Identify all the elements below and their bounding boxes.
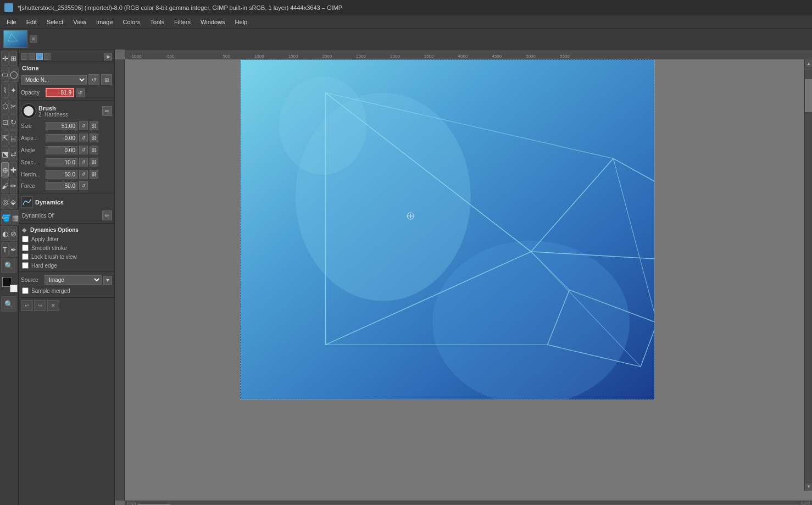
- menu-windows[interactable]: Windows: [196, 18, 230, 26]
- panel-icon-1[interactable]: [21, 53, 27, 60]
- apply-jitter-label[interactable]: Apply Jitter: [31, 236, 58, 242]
- mode-reset-btn[interactable]: ↺: [88, 74, 99, 85]
- tool-crop[interactable]: ⊡: [1, 114, 9, 130]
- image-canvas[interactable]: ▲ ▼: [125, 59, 812, 501]
- tool-align[interactable]: ⊞: [9, 51, 17, 66]
- tool-ellipse-select[interactable]: ◯: [9, 66, 19, 82]
- size-row: Size ↺ ⛓: [19, 120, 114, 132]
- angle-input[interactable]: [46, 146, 77, 154]
- sample-merged-label[interactable]: Sample merged: [31, 288, 70, 294]
- scroll-down-btn[interactable]: ▼: [805, 482, 812, 491]
- zoom-tool[interactable]: 🔍: [1, 296, 16, 312]
- menubar: File Edit Select View Image Colors Tools…: [0, 15, 812, 29]
- tool-blend[interactable]: ▦: [12, 210, 19, 225]
- hardness-chain-btn[interactable]: ⛓: [90, 170, 98, 179]
- scroll-thumb-v[interactable]: [805, 79, 812, 112]
- source-expand-btn[interactable]: ▼: [103, 276, 112, 285]
- hardness-input[interactable]: [46, 170, 77, 179]
- aspect-label: Aspe...: [21, 135, 44, 141]
- tool-clone[interactable]: ⊕: [1, 162, 9, 177]
- mode-extra-btn[interactable]: ⊞: [101, 74, 112, 85]
- opacity-input[interactable]: 81.9: [46, 88, 74, 97]
- aspect-chain-btn[interactable]: ⛓: [90, 134, 98, 142]
- tool-move[interactable]: ✛: [1, 51, 9, 66]
- spacing-input[interactable]: [46, 158, 77, 167]
- brush-edit-btn[interactable]: ✏: [102, 106, 112, 116]
- menu-view[interactable]: View: [69, 18, 91, 26]
- aspect-input[interactable]: [46, 134, 77, 142]
- tool-airbrush[interactable]: ◎: [1, 194, 9, 209]
- brush-preview[interactable]: [21, 103, 36, 119]
- image-thumb-close-button[interactable]: ✕: [30, 35, 37, 43]
- menu-help[interactable]: Help: [231, 18, 252, 26]
- hardness-reset-btn[interactable]: ↺: [79, 170, 88, 179]
- tool-dodge[interactable]: ◐: [1, 226, 9, 241]
- force-input[interactable]: [46, 182, 77, 190]
- tool-pencil[interactable]: ✏: [10, 178, 17, 193]
- lock-brush-label[interactable]: Lock brush to view: [31, 254, 77, 260]
- tool-shear[interactable]: ⌸: [9, 130, 17, 146]
- aspect-reset-btn[interactable]: ↺: [79, 134, 88, 142]
- scroll-up-btn[interactable]: ▲: [805, 59, 812, 68]
- apply-jitter-checkbox[interactable]: [22, 236, 29, 242]
- scroll-right-btn[interactable]: ▶: [801, 502, 810, 506]
- menu-select[interactable]: Select: [42, 18, 68, 26]
- tool-by-color[interactable]: ⬡: [1, 98, 9, 114]
- menu-filters[interactable]: Filters: [170, 18, 195, 26]
- tool-color-picker[interactable]: ✒: [9, 242, 17, 257]
- angle-reset-btn[interactable]: ↺: [79, 146, 88, 154]
- smooth-stroke-checkbox[interactable]: [22, 245, 29, 251]
- tool-rect-select[interactable]: ▭: [1, 66, 9, 82]
- panel-expand-btn[interactable]: ▶: [104, 53, 112, 60]
- panel-icon-3[interactable]: [36, 53, 43, 60]
- tool-smudge[interactable]: ⊘: [9, 226, 17, 241]
- scrollbar-bottom: ◀ ▶: [125, 501, 812, 505]
- sample-merged-checkbox[interactable]: [22, 287, 29, 294]
- hard-edge-label[interactable]: Hard edge: [31, 263, 57, 269]
- tool-bucket-fill[interactable]: 🪣: [1, 210, 11, 225]
- tool-flip[interactable]: ⇄: [9, 146, 17, 162]
- scrollbar-right[interactable]: ▲ ▼: [804, 59, 812, 491]
- spacing-chain-btn[interactable]: ⛓: [90, 158, 98, 167]
- panel-nav-btn-2[interactable]: ↪: [34, 300, 46, 311]
- brush-name: 2. Hardness: [38, 112, 100, 118]
- panel-icon-2[interactable]: [29, 53, 35, 60]
- menu-colors[interactable]: Colors: [119, 18, 145, 26]
- tool-ink[interactable]: ⬙: [9, 194, 17, 209]
- size-chain-btn[interactable]: ⛓: [90, 121, 98, 130]
- lock-brush-checkbox[interactable]: [22, 253, 29, 260]
- menu-tools[interactable]: Tools: [146, 18, 169, 26]
- menu-edit[interactable]: Edit: [22, 18, 41, 26]
- menu-image[interactable]: Image: [92, 18, 118, 26]
- canvas-area[interactable]: -1000 -500 500 1000 1500 2000 2500 3000 …: [115, 49, 812, 505]
- hard-edge-checkbox[interactable]: [22, 262, 29, 269]
- image-thumbnail[interactable]: [3, 30, 27, 48]
- tool-text[interactable]: T: [1, 242, 9, 257]
- force-row: Force ↺: [19, 180, 114, 191]
- angle-chain-btn[interactable]: ⛓: [90, 146, 98, 154]
- tool-perspective[interactable]: ⬔: [1, 146, 9, 162]
- dynamics-of-edit-btn[interactable]: ✏: [102, 210, 112, 220]
- tool-paintbrush[interactable]: 🖌: [1, 178, 9, 193]
- tool-heal[interactable]: ✚: [9, 162, 17, 177]
- canvas-image[interactable]: [240, 59, 655, 400]
- tool-free-select[interactable]: ⌇: [1, 82, 9, 98]
- scroll-left-btn[interactable]: ◀: [127, 502, 136, 506]
- panel-icon-4[interactable]: [44, 53, 51, 60]
- smooth-stroke-label[interactable]: Smooth stroke: [31, 245, 66, 251]
- source-select[interactable]: Image Pattern: [45, 275, 102, 285]
- panel-nav-btn-1[interactable]: ↩: [21, 300, 33, 311]
- tool-fuzzy-select[interactable]: ✦: [9, 82, 17, 98]
- tool-scissors[interactable]: ✂: [9, 98, 17, 114]
- force-reset-btn[interactable]: ↺: [79, 181, 88, 190]
- tool-scale[interactable]: ⇱: [1, 130, 9, 146]
- panel-nav-btn-3[interactable]: ✕: [47, 300, 59, 311]
- opacity-reset-btn[interactable]: ↺: [76, 88, 85, 97]
- mode-select[interactable]: Mode N... Normal Multiply: [21, 75, 87, 85]
- tool-zoom[interactable]: 🔍: [1, 258, 16, 273]
- menu-file[interactable]: File: [2, 18, 21, 26]
- size-input[interactable]: [46, 122, 77, 130]
- size-reset-btn[interactable]: ↺: [79, 121, 88, 130]
- spacing-reset-btn[interactable]: ↺: [79, 158, 88, 167]
- tool-rotate[interactable]: ↻: [9, 114, 17, 130]
